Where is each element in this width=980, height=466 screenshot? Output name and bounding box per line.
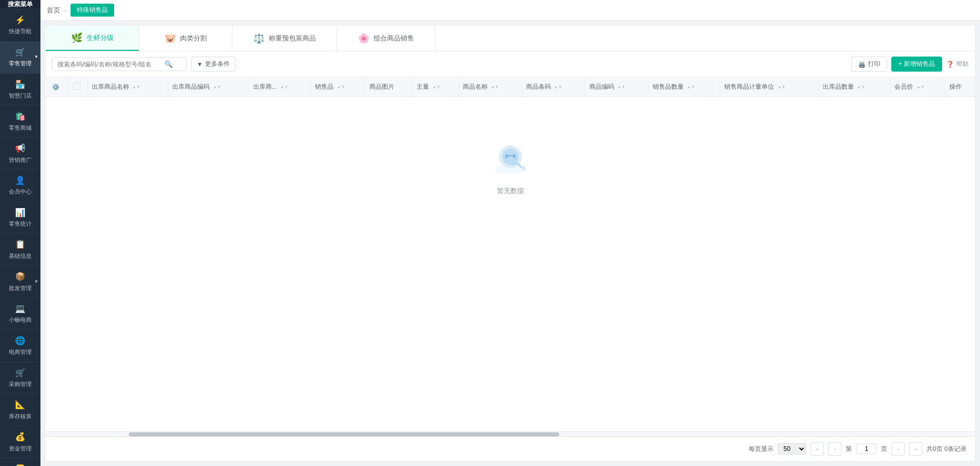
main-content: 首页 › 特殊销售品 🌿 生鲜分级 🐷 肉类分割 ⚖️ 称重预包装商品 🌸 组合… <box>40 0 980 466</box>
th-sales-item: 销售品 ▲▼ <box>310 77 365 97</box>
sidebar-item-label: 会员中心 <box>9 188 32 196</box>
empty-state: 暂无数据 <box>46 97 975 237</box>
tab-fresh-grade[interactable]: 🌿 生鲜分级 <box>46 26 139 51</box>
total-label: 共0页 0条记录 <box>927 445 967 454</box>
th-checkbox[interactable] <box>66 77 87 97</box>
settings-icon: ⚙️ <box>52 84 60 91</box>
sidebar-item-label: 快捷导航 <box>9 28 32 35</box>
fresh-grade-icon: 🌿 <box>71 32 82 44</box>
sort-arrows: ▲▼ <box>778 85 786 89</box>
sidebar-item-label: 资金管理 <box>9 445 32 453</box>
page-input[interactable] <box>856 444 877 454</box>
th-out-spec: 出库商... ▲▼ <box>249 77 310 97</box>
page-last-button[interactable]: » <box>909 442 922 456</box>
sidebar-item-basic-info[interactable]: 📋 基础信息 <box>0 234 40 266</box>
sort-arrows: ▲▼ <box>687 85 695 89</box>
search-icon[interactable]: 🔍 <box>164 60 173 68</box>
sidebar-logo[interactable]: 搜索菜单 <box>0 0 40 9</box>
page-first-button[interactable]: « <box>810 442 824 456</box>
tabs-bar: 🌿 生鲜分级 🐷 肉类分割 ⚖️ 称重预包装商品 🌸 组合商品销售 <box>46 26 975 51</box>
combo-sales-icon: 🌸 <box>358 33 369 44</box>
topbar: 首页 › 特殊销售品 <box>40 0 980 21</box>
tab-label: 称重预包装商品 <box>269 34 316 43</box>
sidebar-item-purchase-mgmt[interactable]: 🛒 采购管理 <box>0 362 40 394</box>
sidebar-item-mini-ecom[interactable]: 💻 小畅电商 <box>0 298 40 330</box>
th-settings[interactable]: ⚙️ <box>46 77 66 97</box>
inventory-icon: 📐 <box>15 399 25 410</box>
page-next-button[interactable]: › <box>891 442 905 456</box>
svg-point-5 <box>521 166 526 170</box>
th-action: 操作 <box>945 77 974 97</box>
mini-ecom-icon: 💻 <box>15 303 25 314</box>
sidebar-item-label: 采购管理 <box>9 380 32 388</box>
filter-icon: ▼ <box>197 61 203 68</box>
content-area: 🌿 生鲜分级 🐷 肉类分割 ⚖️ 称重预包装商品 🌸 组合商品销售 🔍 <box>46 26 975 461</box>
th-product-barcode: 商品条码 ▲▼ <box>521 77 585 97</box>
horizontal-scrollbar[interactable] <box>46 431 975 436</box>
select-all-checkbox[interactable] <box>73 83 80 90</box>
help-button[interactable]: ❓ 帮助 <box>946 60 969 68</box>
tab-weight-package[interactable]: ⚖️ 称重预包装商品 <box>232 26 337 51</box>
sidebar-item-retail-mgmt[interactable]: 🛒 零售管理 ▼ <box>0 42 40 74</box>
empty-text: 暂无数据 <box>497 186 524 196</box>
print-label: 打印 <box>868 60 880 68</box>
th-product-code: 商品编码 ▲▼ <box>585 77 648 97</box>
sidebar-item-batch-mgmt[interactable]: 📦 批发管理 ▼ <box>0 266 40 298</box>
sort-arrows: ▲▼ <box>132 85 141 89</box>
breadcrumb-home[interactable]: 首页 <box>47 6 60 15</box>
add-sales-item-button[interactable]: + 新增销售品 <box>891 57 942 72</box>
page-prev-button[interactable]: ‹ <box>828 442 841 456</box>
tab-combo-sales[interactable]: 🌸 组合商品销售 <box>337 26 435 51</box>
th-member-price: 会员价 ▲▼ <box>890 77 945 97</box>
filter-button[interactable]: ▼ 更多条件 <box>191 57 236 72</box>
toolbar-right: 🖨️ 打印 + 新增销售品 ❓ 帮助 <box>851 57 969 72</box>
table-header-row: ⚙️ 出库商品名称 ▲▼ 出库商品编码 ▲▼ <box>46 77 975 97</box>
print-icon: 🖨️ <box>858 61 866 68</box>
sidebar-item-sales-promo[interactable]: 📢 营销推广 <box>0 138 40 170</box>
sidebar-item-retail-stats[interactable]: 📊 零售统计 <box>0 202 40 234</box>
toolbar: 🔍 ▼ 更多条件 🖨️ 打印 + 新增销售品 ❓ 帮助 <box>46 51 975 77</box>
breadcrumb-active[interactable]: 特殊销售品 <box>71 4 114 17</box>
page-size-label: 每页显示 <box>749 445 774 454</box>
search-box[interactable]: 🔍 <box>52 57 187 71</box>
filter-label: 更多条件 <box>205 60 230 68</box>
sidebar-item-quick-nav[interactable]: ⚡ 快捷导航 <box>0 9 40 42</box>
sidebar-item-inventory[interactable]: 📐 库存核算 <box>0 394 40 426</box>
tab-label: 肉类分割 <box>180 34 207 43</box>
sidebar-item-ledger-mgmt[interactable]: 📒 总账管理 <box>0 458 40 466</box>
scrollbar-thumb[interactable] <box>129 432 559 436</box>
th-out-code: 出库商品编码 ▲▼ <box>168 77 249 97</box>
member-center-icon: 👤 <box>15 175 25 186</box>
page-size-select[interactable]: 10 20 50 100 <box>778 443 806 455</box>
sidebar-item-ecom-mgmt[interactable]: 🌐 电商管理 <box>0 330 40 362</box>
sidebar-item-smart-store[interactable]: 🏪 智慧门店 <box>0 74 40 106</box>
page-label: 第 <box>846 445 852 454</box>
th-sales-unit: 销售商品计量单位 ▲▼ <box>720 77 818 97</box>
sort-arrows: ▲▼ <box>432 85 440 89</box>
retail-mgmt-icon: 🛒 <box>15 47 25 58</box>
svg-point-3 <box>505 155 508 157</box>
search-input[interactable] <box>58 61 161 68</box>
sales-promo-icon: 📢 <box>15 143 25 154</box>
sidebar-item-finance-mgmt[interactable]: 💰 资金管理 <box>0 426 40 458</box>
sidebar-item-label: 智慧门店 <box>9 92 32 100</box>
sidebar-item-label: 零售统计 <box>9 220 32 228</box>
sidebar-item-label: 基础信息 <box>9 252 32 260</box>
empty-icon <box>490 139 531 180</box>
tab-meat-cut[interactable]: 🐷 肉类分割 <box>139 26 232 51</box>
basic-info-icon: 📋 <box>15 239 25 250</box>
retail-stats-icon: 📊 <box>15 207 25 218</box>
help-icon: ❓ <box>946 61 954 68</box>
svg-point-4 <box>513 155 515 157</box>
sidebar-item-member-center[interactable]: 👤 会员中心 <box>0 170 40 202</box>
print-button[interactable]: 🖨️ 打印 <box>851 57 887 72</box>
tab-label: 生鲜分级 <box>87 33 114 43</box>
meat-cut-icon: 🐷 <box>164 33 176 44</box>
sidebar-item-label: 库存核算 <box>9 413 32 420</box>
data-table: ⚙️ 出库商品名称 ▲▼ 出库商品编码 ▲▼ <box>46 77 975 97</box>
sidebar-item-retail-mall[interactable]: 🛍️ 零售商城 <box>0 105 40 138</box>
page-unit-label: 页 <box>881 445 887 454</box>
finance-mgmt-icon: 💰 <box>15 431 25 443</box>
chevron-down-icon: ▼ <box>34 279 38 284</box>
ledger-mgmt-icon: 📒 <box>15 463 25 466</box>
